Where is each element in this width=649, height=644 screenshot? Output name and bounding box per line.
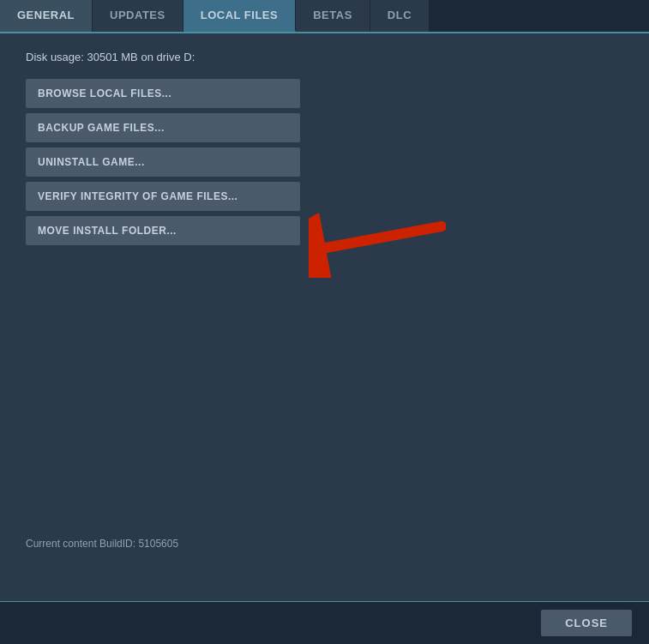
content-area: Disk usage: 30501 MB on drive D: BROWSE … xyxy=(0,33,649,601)
tab-local-files[interactable]: LOCAL FILES xyxy=(183,0,296,32)
build-id-label: Current content BuildID: 5105605 xyxy=(26,538,178,550)
tab-general[interactable]: GENERAL xyxy=(0,0,93,32)
tab-updates[interactable]: UPDATES xyxy=(93,0,183,32)
arrow-annotation xyxy=(309,209,446,281)
action-buttons-list: BROWSE LOCAL FILES...BACKUP GAME FILES..… xyxy=(26,79,300,245)
steam-properties-window: GENERALUPDATESLOCAL FILESBETASDLC Disk u… xyxy=(0,0,649,644)
btn-move-install-folder[interactable]: MOVE INSTALL FOLDER... xyxy=(26,216,300,245)
close-button[interactable]: CLOSE xyxy=(541,610,632,636)
btn-verify-integrity[interactable]: VERIFY INTEGRITY OF GAME FILES... xyxy=(26,182,300,211)
tab-betas[interactable]: BETAS xyxy=(296,0,370,32)
tab-dlc[interactable]: DLC xyxy=(370,0,430,32)
tabs-bar: GENERALUPDATESLOCAL FILESBETASDLC xyxy=(0,0,649,33)
btn-backup-game-files[interactable]: BACKUP GAME FILES... xyxy=(26,113,300,142)
btn-browse-local-files[interactable]: BROWSE LOCAL FILES... xyxy=(26,79,300,108)
svg-line-1 xyxy=(326,226,442,248)
disk-usage-label: Disk usage: 30501 MB on drive D: xyxy=(26,51,623,63)
footer: CLOSE xyxy=(0,601,649,644)
btn-uninstall-game[interactable]: UNINSTALL GAME... xyxy=(26,147,300,177)
